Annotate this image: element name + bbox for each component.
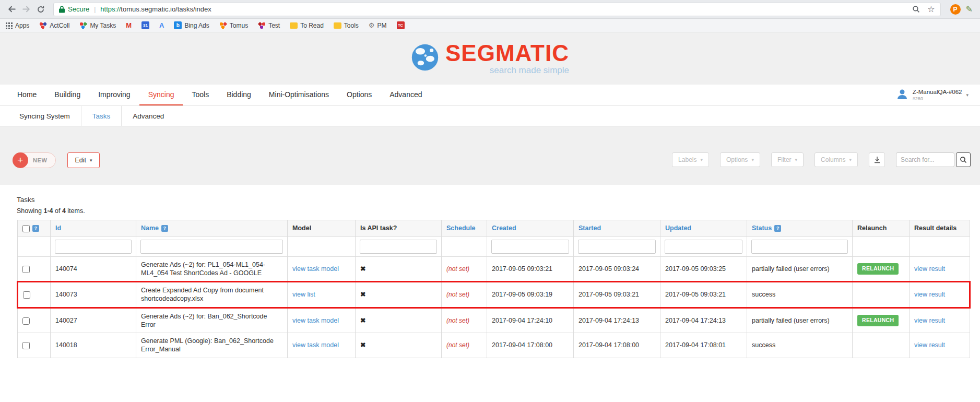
col-label-id[interactable]: Id bbox=[55, 224, 61, 232]
toolbar-columns-dropdown[interactable]: Columns▾ bbox=[814, 152, 858, 167]
view-task-model-link[interactable]: view task model bbox=[292, 341, 339, 349]
dropdown-label: Filter bbox=[777, 156, 792, 163]
toolbar-labels-dropdown[interactable]: Labels▾ bbox=[672, 152, 709, 167]
filter-input-status[interactable] bbox=[751, 240, 848, 254]
search-button[interactable] bbox=[956, 152, 971, 167]
chevron-down-icon: ▾ bbox=[700, 157, 703, 162]
folder-yellow-icon bbox=[334, 22, 341, 29]
export-button[interactable] bbox=[869, 152, 885, 167]
bookmark-analytics-a[interactable]: A bbox=[159, 21, 164, 29]
filter-input-api[interactable] bbox=[360, 240, 437, 254]
chevron-down-icon: ▾ bbox=[795, 157, 798, 162]
view-result-link[interactable]: view result bbox=[914, 341, 945, 349]
bookmark-tools[interactable]: Tools bbox=[334, 22, 359, 29]
relaunch-button[interactable]: RELAUNCH bbox=[857, 315, 899, 326]
filter-input-name[interactable] bbox=[140, 240, 283, 254]
filter-input-updated[interactable] bbox=[665, 240, 742, 254]
col-header-status: Status? bbox=[747, 220, 853, 237]
cell-updated: 2017-09-04 17:24:13 bbox=[660, 308, 747, 333]
table-header-row: ?IdName?ModelIs API task?ScheduleCreated… bbox=[18, 220, 970, 237]
address-bar[interactable]: Secure | https://tomus.segmatic.io/tasks… bbox=[53, 3, 941, 16]
nav-item-bidding[interactable]: Bidding bbox=[218, 85, 260, 105]
forward-button[interactable] bbox=[20, 3, 32, 16]
col-label-created[interactable]: Created bbox=[492, 224, 516, 232]
cell-created: 2017-09-04 17:24:10 bbox=[487, 308, 574, 333]
cell-started: 2017-09-04 17:08:00 bbox=[574, 333, 660, 358]
cell-model: view task model bbox=[288, 308, 356, 333]
filter-input-started[interactable] bbox=[578, 240, 656, 254]
help-icon[interactable]: ? bbox=[161, 225, 168, 232]
nav-item-building[interactable]: Building bbox=[45, 85, 89, 105]
avatar bbox=[896, 88, 908, 102]
nav-item-mini-optimisations[interactable]: Mini-Optimisations bbox=[260, 85, 338, 105]
nav-item-tools[interactable]: Tools bbox=[183, 85, 218, 105]
col-label-schedule[interactable]: Schedule bbox=[446, 224, 476, 232]
nav-item-home[interactable]: Home bbox=[8, 85, 45, 105]
filter-cell-api bbox=[356, 237, 442, 256]
cell-created: 2017-09-05 09:03:21 bbox=[487, 256, 574, 282]
nav-item-syncing[interactable]: Syncing bbox=[139, 85, 183, 105]
zoom-icon[interactable] bbox=[912, 5, 920, 13]
row-checkbox[interactable] bbox=[22, 317, 30, 325]
help-icon[interactable]: ? bbox=[774, 225, 781, 232]
view-list-link[interactable]: view list bbox=[292, 291, 315, 298]
search-input[interactable] bbox=[896, 152, 954, 167]
nav-item-advanced[interactable]: Advanced bbox=[381, 85, 431, 105]
relaunch-button[interactable]: RELAUNCH bbox=[857, 263, 899, 275]
view-result-link[interactable]: view result bbox=[914, 317, 945, 324]
user-menu[interactable]: Z-ManualQA-#062 #280 ▾ bbox=[896, 85, 969, 105]
subnav-item-advanced[interactable]: Advanced bbox=[122, 106, 175, 126]
bookmark-gmail-m[interactable]: M bbox=[126, 21, 132, 29]
toolbar-filter-dropdown[interactable]: Filter▾ bbox=[771, 152, 804, 167]
bookmark-to-read[interactable]: To Read bbox=[290, 22, 324, 29]
col-label-updated[interactable]: Updated bbox=[665, 224, 691, 232]
subnav-item-syncing-system[interactable]: Syncing System bbox=[8, 106, 81, 126]
bookmark-pm[interactable]: ⚙PM bbox=[369, 21, 387, 29]
subnav-item-tasks[interactable]: Tasks bbox=[81, 106, 122, 126]
col-label-started[interactable]: Started bbox=[578, 224, 601, 232]
dropdown-label: Columns bbox=[821, 156, 845, 163]
bookmark-test[interactable]: Test bbox=[258, 22, 280, 29]
col-label-name[interactable]: Name bbox=[141, 224, 159, 232]
task-row-140018: 140018Generate PML (Google): Ban_062_Sho… bbox=[18, 333, 970, 358]
edit-dropdown[interactable]: Edit ▾ bbox=[67, 152, 99, 168]
view-task-model-link[interactable]: view task model bbox=[292, 265, 339, 273]
help-icon[interactable]: ? bbox=[32, 225, 39, 232]
filter-input-created[interactable] bbox=[491, 240, 569, 254]
brand-tagline: search made simple bbox=[445, 65, 569, 76]
extension-p-icon[interactable]: P bbox=[950, 4, 961, 15]
bookmark-tomus[interactable]: Tomus bbox=[219, 22, 248, 29]
select-all-checkbox[interactable] bbox=[22, 225, 30, 232]
bookmark-star-icon[interactable]: ☆ bbox=[927, 5, 935, 14]
refresh-button[interactable] bbox=[34, 3, 47, 16]
view-result-link[interactable]: view result bbox=[914, 265, 945, 273]
bookmark-apps[interactable]: Apps bbox=[5, 22, 29, 29]
bookmark-label: My Tasks bbox=[90, 22, 116, 29]
row-checkbox[interactable] bbox=[22, 342, 30, 349]
row-checkbox[interactable] bbox=[22, 266, 30, 273]
secure-label: Secure bbox=[68, 5, 89, 13]
bookmark-calendar-31[interactable]: 31 bbox=[141, 21, 149, 29]
filter-input-id[interactable] bbox=[55, 240, 132, 254]
view-task-model-link[interactable]: view task model bbox=[292, 317, 339, 324]
bookmark-actcoll[interactable]: ActColl bbox=[39, 22, 69, 29]
cell-result: view result bbox=[910, 282, 970, 308]
row-checkbox[interactable] bbox=[23, 291, 30, 299]
view-result-link[interactable]: view result bbox=[914, 291, 945, 298]
bookmark-tc-red[interactable]: TC bbox=[397, 21, 405, 29]
extension-pencil-icon[interactable]: ✎ bbox=[966, 4, 973, 14]
new-button[interactable]: + NEW bbox=[13, 152, 56, 168]
new-button-label: NEW bbox=[33, 157, 47, 163]
dots-multi-icon bbox=[79, 22, 87, 29]
bookmark-label: Bing Ads bbox=[184, 22, 209, 29]
toolbar-options-dropdown[interactable]: Options▾ bbox=[720, 152, 760, 167]
bookmark-bing-ads[interactable]: bBing Ads bbox=[174, 21, 209, 29]
col-label-status[interactable]: Status bbox=[752, 224, 772, 232]
dropdown-label: Options bbox=[726, 156, 748, 163]
nav-item-improving[interactable]: Improving bbox=[89, 85, 139, 105]
toolbar-right: Labels▾Options▾Filter▾Columns▾ bbox=[672, 152, 971, 167]
back-button[interactable] bbox=[5, 3, 18, 16]
filter-cell-result bbox=[910, 237, 970, 256]
bookmark-my-tasks[interactable]: My Tasks bbox=[79, 22, 116, 29]
nav-item-options[interactable]: Options bbox=[338, 85, 381, 105]
